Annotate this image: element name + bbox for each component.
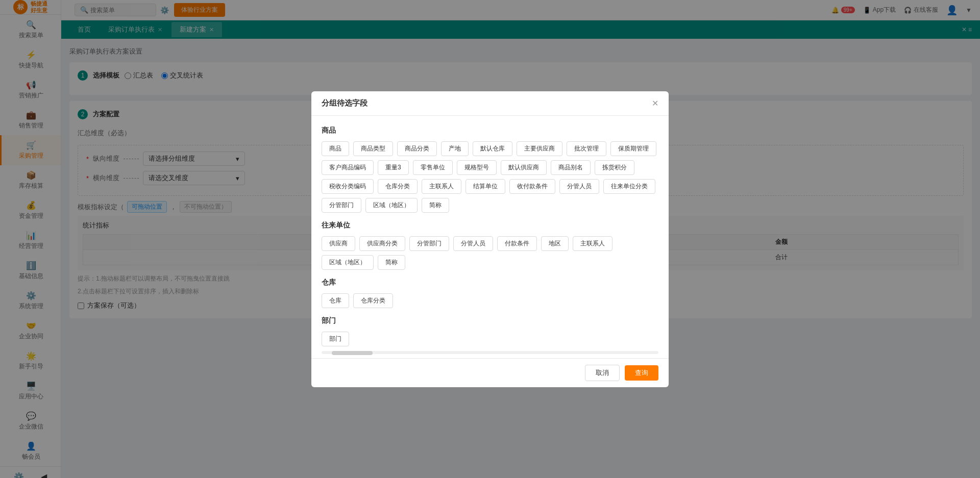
field-tag-0-16[interactable]: 仓库分类 <box>378 179 418 194</box>
field-tag-1-6[interactable]: 主联系人 <box>573 236 612 251</box>
field-tags-0: 商品商品类型商品分类产地默认仓库主要供应商批次管理保质期管理客户商品编码重量3零… <box>322 141 658 213</box>
field-tag-0-2[interactable]: 商品分类 <box>397 141 437 156</box>
field-tag-0-10[interactable]: 零售单位 <box>413 160 453 175</box>
field-tag-0-24[interactable]: 简称 <box>422 198 449 213</box>
hscroll-thumb <box>332 351 373 355</box>
field-tag-0-9[interactable]: 重量3 <box>378 160 409 175</box>
field-select-modal: 分组待选字段 ✕ 商品商品商品类型商品分类产地默认仓库主要供应商批次管理保质期管… <box>311 91 669 387</box>
field-tag-0-15[interactable]: 税收分类编码 <box>322 179 374 194</box>
modal-close-button[interactable]: ✕ <box>652 98 658 108</box>
field-tags-2: 仓库仓库分类 <box>322 293 658 308</box>
field-tag-1-2[interactable]: 分管部门 <box>409 236 449 251</box>
field-tag-1-3[interactable]: 分管人员 <box>453 236 493 251</box>
field-tag-0-17[interactable]: 主联系人 <box>422 179 461 194</box>
field-tag-3-0[interactable]: 部门 <box>322 332 349 346</box>
field-tag-2-1[interactable]: 仓库分类 <box>353 293 393 308</box>
section-title-0: 商品 <box>322 126 658 135</box>
modal-hscroll[interactable] <box>322 351 658 354</box>
confirm-button[interactable]: 查询 <box>625 365 658 381</box>
modal-title: 分组待选字段 <box>322 98 368 108</box>
field-tag-0-20[interactable]: 分管人员 <box>559 179 599 194</box>
modal-overlay: 分组待选字段 ✕ 商品商品商品类型商品分类产地默认仓库主要供应商批次管理保质期管… <box>0 0 980 478</box>
field-tag-0-6[interactable]: 批次管理 <box>567 141 606 156</box>
field-tag-0-19[interactable]: 收付款条件 <box>509 179 555 194</box>
field-tag-1-4[interactable]: 付款条件 <box>497 236 537 251</box>
field-tag-0-13[interactable]: 商品别名 <box>551 160 591 175</box>
field-tag-0-5[interactable]: 主要供应商 <box>517 141 562 156</box>
field-tag-2-0[interactable]: 仓库 <box>322 293 349 308</box>
field-tag-1-0[interactable]: 供应商 <box>322 236 355 251</box>
field-tag-0-14[interactable]: 拣货积分 <box>595 160 634 175</box>
field-tag-0-0[interactable]: 商品 <box>322 141 349 156</box>
field-tags-1: 供应商供应商分类分管部门分管人员付款条件地区主联系人区域（地区）简称 <box>322 236 658 270</box>
field-tag-1-5[interactable]: 地区 <box>541 236 569 251</box>
field-tag-0-11[interactable]: 规格型号 <box>457 160 497 175</box>
field-tags-3: 部门 <box>322 332 658 346</box>
field-tag-0-18[interactable]: 结算单位 <box>465 179 505 194</box>
field-tag-0-4[interactable]: 默认仓库 <box>473 141 512 156</box>
field-tag-0-7[interactable]: 保质期管理 <box>610 141 656 156</box>
field-tag-0-3[interactable]: 产地 <box>441 141 469 156</box>
modal-body[interactable]: 商品商品商品类型商品分类产地默认仓库主要供应商批次管理保质期管理客户商品编码重量… <box>311 116 669 351</box>
field-tag-0-22[interactable]: 分管部门 <box>322 198 361 213</box>
field-tag-0-8[interactable]: 客户商品编码 <box>322 160 374 175</box>
cancel-button[interactable]: 取消 <box>585 365 620 381</box>
section-title-2: 仓库 <box>322 278 658 287</box>
field-tag-1-1[interactable]: 供应商分类 <box>359 236 405 251</box>
field-tag-0-23[interactable]: 区域（地区） <box>365 198 418 213</box>
section-title-1: 往来单位 <box>322 221 658 230</box>
field-tag-0-12[interactable]: 默认供应商 <box>501 160 547 175</box>
modal-footer: 取消 查询 <box>311 358 669 387</box>
section-title-3: 部门 <box>322 316 658 325</box>
field-tag-1-8[interactable]: 简称 <box>378 255 405 270</box>
field-tag-0-21[interactable]: 往来单位分类 <box>603 179 655 194</box>
field-tag-0-1[interactable]: 商品类型 <box>353 141 393 156</box>
field-tag-1-7[interactable]: 区域（地区） <box>322 255 374 270</box>
modal-header: 分组待选字段 ✕ <box>311 91 669 116</box>
